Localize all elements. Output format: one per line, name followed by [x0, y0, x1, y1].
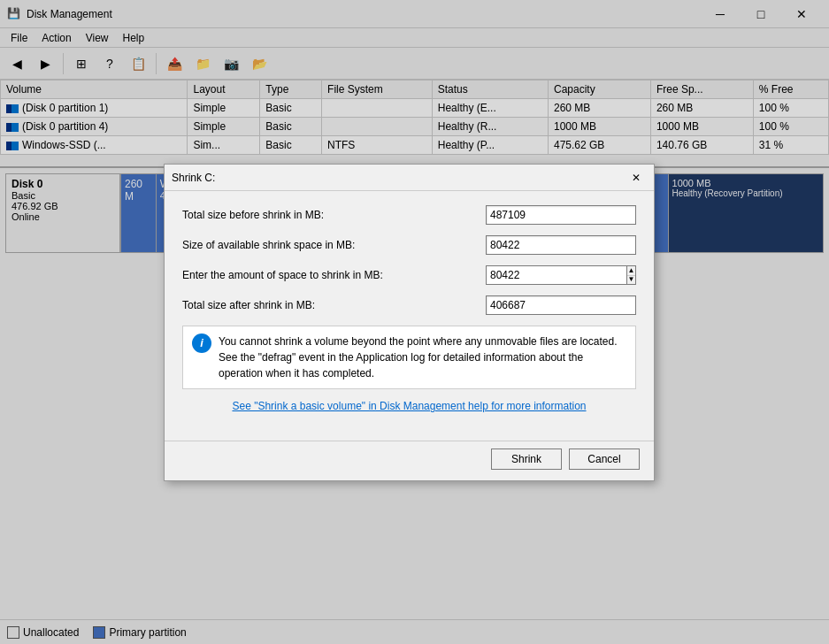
label-shrink-amount: Enter the amount of space to shrink in M… — [182, 269, 486, 281]
field-available-space: Size of available shrink space in MB: — [182, 235, 636, 255]
label-available-space: Size of available shrink space in MB: — [182, 239, 486, 251]
dialog-title: Shrink C: — [172, 172, 626, 184]
cancel-button[interactable]: Cancel — [569, 448, 640, 470]
info-box: i You cannot shrink a volume beyond the … — [182, 326, 636, 389]
spin-buttons: ▲ ▼ — [626, 265, 636, 285]
input-total-after — [486, 295, 636, 315]
info-icon: i — [192, 334, 211, 353]
help-link[interactable]: See "Shrink a basic volume" in Disk Mana… — [182, 400, 636, 412]
dialog-title-bar: Shrink C: ✕ — [165, 165, 654, 191]
dialog-close-button[interactable]: ✕ — [626, 168, 647, 188]
dialog-footer: Shrink Cancel — [165, 441, 654, 480]
label-total-after: Total size after shrink in MB: — [182, 299, 486, 311]
input-shrink-amount[interactable] — [486, 265, 626, 285]
field-total-after: Total size after shrink in MB: — [182, 295, 636, 315]
value-available-space — [486, 235, 636, 255]
info-text: You cannot shrink a volume beyond the po… — [219, 334, 626, 381]
value-total-before — [486, 205, 636, 225]
field-shrink-amount: Enter the amount of space to shrink in M… — [182, 265, 636, 285]
dialog-body: Total size before shrink in MB: Size of … — [165, 191, 654, 441]
value-total-after — [486, 295, 636, 315]
spin-up-button[interactable]: ▲ — [627, 266, 635, 276]
spin-down-button[interactable]: ▼ — [627, 276, 635, 285]
field-total-before: Total size before shrink in MB: — [182, 205, 636, 225]
shrink-amount-spinner: ▲ ▼ — [486, 265, 636, 285]
label-total-before: Total size before shrink in MB: — [182, 209, 486, 221]
modal-overlay: Shrink C: ✕ Total size before shrink in … — [0, 0, 829, 644]
shrink-dialog: Shrink C: ✕ Total size before shrink in … — [164, 164, 655, 481]
shrink-button[interactable]: Shrink — [491, 448, 562, 470]
input-available-space — [486, 235, 636, 255]
input-total-before — [486, 205, 636, 225]
